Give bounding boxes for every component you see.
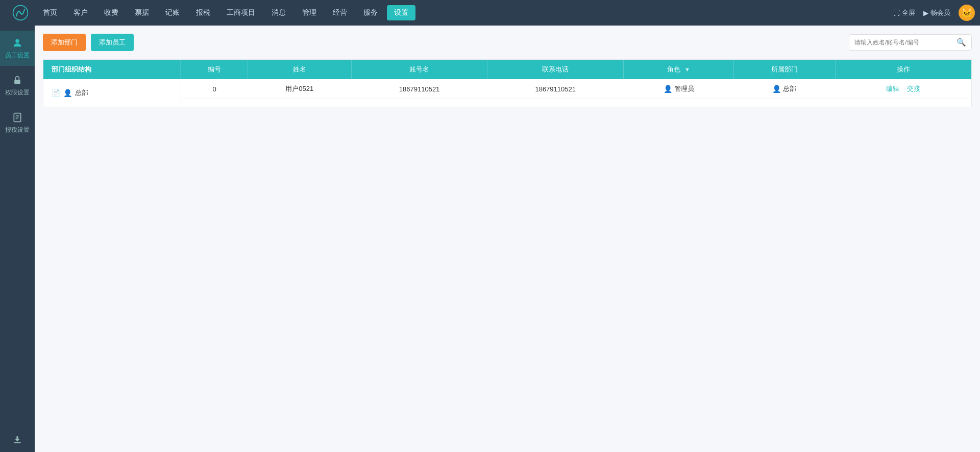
handover-link[interactable]: 交接 bbox=[907, 85, 920, 92]
logo bbox=[5, 5, 36, 21]
fullscreen-button[interactable]: ⛶ 全屏 bbox=[893, 8, 915, 17]
employee-table-wrapper: 编号 姓名 账号名 联系电话 角色 ▼ 所属部门 操作 bbox=[181, 60, 971, 107]
nav-item-manage[interactable]: 管理 bbox=[295, 5, 324, 20]
cell-phone: 18679110521 bbox=[487, 79, 624, 99]
cell-account: 18679110521 bbox=[351, 79, 487, 99]
download-icon bbox=[11, 434, 23, 446]
report-icon bbox=[11, 111, 23, 124]
role-person-icon: 👤 bbox=[664, 85, 672, 93]
svg-rect-2 bbox=[14, 80, 20, 84]
add-emp-button[interactable]: 添加员工 bbox=[91, 34, 134, 51]
sidebar-item-permission[interactable]: 权限设置 bbox=[0, 68, 35, 103]
lock-icon bbox=[11, 74, 23, 86]
dept-tree-header: 部门组织结构 bbox=[43, 60, 181, 79]
sidebar-item-download[interactable] bbox=[0, 427, 35, 452]
svg-rect-3 bbox=[14, 113, 20, 122]
dept-tree: 部门组织结构 📄 👤 总部 bbox=[43, 60, 181, 107]
avatar[interactable]: 🐱 bbox=[959, 5, 975, 21]
toolbar: 添加部门 添加员工 🔍 bbox=[43, 34, 972, 51]
search-button[interactable]: 🔍 bbox=[951, 35, 971, 50]
nav-item-customer[interactable]: 客户 bbox=[66, 5, 95, 20]
fullscreen-icon: ⛶ bbox=[893, 9, 900, 17]
file-icon: 📄 bbox=[52, 89, 60, 97]
dept-tree-body: 📄 👤 总部 bbox=[43, 79, 181, 107]
nav-item-home[interactable]: 首页 bbox=[36, 5, 64, 20]
nav-item-account[interactable]: 记账 bbox=[158, 5, 187, 20]
svg-point-1 bbox=[15, 39, 19, 43]
vip-label: 畅会员 bbox=[930, 8, 950, 17]
employee-table: 编号 姓名 账号名 联系电话 角色 ▼ 所属部门 操作 bbox=[181, 60, 971, 99]
sidebar-item-employee-label: 员工设置 bbox=[5, 51, 30, 60]
cell-role: 👤 管理员 bbox=[624, 79, 734, 99]
col-account: 账号名 bbox=[351, 60, 487, 79]
cell-dept: 👤 总部 bbox=[734, 79, 835, 99]
svg-rect-7 bbox=[14, 442, 20, 443]
fullscreen-label: 全屏 bbox=[902, 8, 915, 17]
main-content: 添加部门 添加员工 🔍 部门组织结构 📄 👤 总部 bbox=[35, 26, 980, 452]
sidebar-bottom bbox=[0, 427, 35, 452]
sidebar-item-employee[interactable]: 员工设置 bbox=[0, 31, 35, 66]
layout: 员工设置 权限设置 报税设置 bbox=[0, 26, 980, 452]
sidebar: 员工设置 权限设置 报税设置 bbox=[0, 26, 35, 452]
nav-item-fee[interactable]: 收费 bbox=[97, 5, 126, 20]
search-input[interactable] bbox=[849, 36, 951, 49]
sidebar-item-tax-label: 报税设置 bbox=[5, 126, 30, 134]
search-box: 🔍 bbox=[849, 34, 972, 51]
nav-item-settings[interactable]: 设置 bbox=[387, 5, 415, 20]
cell-actions: 编辑 交接 bbox=[835, 79, 971, 99]
edit-link[interactable]: 编辑 bbox=[886, 85, 899, 92]
nav-items: 首页 客户 收费 票据 记账 报税 工商项目 消息 管理 经营 服务 设置 bbox=[36, 5, 893, 20]
add-dept-button[interactable]: 添加部门 bbox=[43, 34, 86, 51]
top-nav: 首页 客户 收费 票据 记账 报税 工商项目 消息 管理 经营 服务 设置 ⛶ … bbox=[0, 0, 980, 26]
nav-item-bill[interactable]: 票据 bbox=[128, 5, 156, 20]
cell-id: 0 bbox=[181, 79, 248, 99]
nav-item-message[interactable]: 消息 bbox=[264, 5, 293, 20]
dept-tree-item-root[interactable]: 📄 👤 总部 bbox=[47, 84, 177, 102]
nav-item-business[interactable]: 工商项目 bbox=[219, 5, 262, 20]
col-role: 角色 ▼ bbox=[624, 60, 734, 79]
content-area: 部门组织结构 📄 👤 总部 编号 姓名 账号名 bbox=[43, 59, 972, 107]
col-id: 编号 bbox=[181, 60, 248, 79]
nav-right: ⛶ 全屏 ▶ 畅会员 🐱 bbox=[893, 5, 975, 21]
person-icon bbox=[11, 37, 23, 49]
role-value: 管理员 bbox=[674, 84, 694, 93]
role-filter-icon[interactable]: ▼ bbox=[684, 66, 690, 73]
sidebar-item-permission-label: 权限设置 bbox=[5, 88, 30, 97]
dept-tree-item-label: 总部 bbox=[75, 88, 88, 98]
dept-person-icon: 👤 bbox=[772, 85, 781, 93]
nav-item-tax[interactable]: 报税 bbox=[189, 5, 217, 20]
dept-person-icon: 👤 bbox=[63, 89, 72, 97]
sidebar-item-tax-settings[interactable]: 报税设置 bbox=[0, 105, 35, 140]
col-name: 姓名 bbox=[248, 60, 351, 79]
vip-icon: ▶ bbox=[923, 9, 928, 17]
col-dept: 所属部门 bbox=[734, 60, 835, 79]
cell-name: 用户0521 bbox=[248, 79, 351, 99]
table-row: 0 用户0521 18679110521 18679110521 👤 管理员 👤… bbox=[181, 79, 971, 99]
nav-item-service[interactable]: 服务 bbox=[356, 5, 385, 20]
vip-button[interactable]: ▶ 畅会员 bbox=[923, 8, 950, 17]
col-phone: 联系电话 bbox=[487, 60, 624, 79]
col-action: 操作 bbox=[835, 60, 971, 79]
nav-item-operation[interactable]: 经营 bbox=[326, 5, 354, 20]
dept-value: 总部 bbox=[783, 84, 796, 93]
